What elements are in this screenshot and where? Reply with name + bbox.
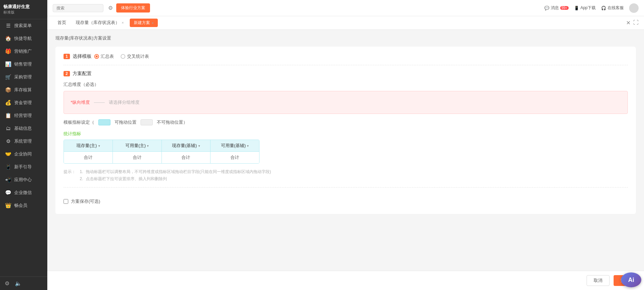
- sidebar-item-basic-info[interactable]: 🗂 基础信息: [0, 122, 47, 135]
- sidebar-item-app-center[interactable]: 📲 应用中心: [0, 173, 47, 186]
- cancel-button[interactable]: 取消: [587, 275, 610, 286]
- avatar[interactable]: [629, 3, 639, 13]
- hint-section: 提示： 1. 拖动标题栏可以调整布局，不可跨维度或指标区域拖动栏目字段(只能在同…: [64, 169, 628, 182]
- col-header-2[interactable]: 现存量(基辅) ▾: [162, 140, 211, 151]
- sidebar-item-member[interactable]: 👑 畅会员: [0, 199, 47, 212]
- tabbar: 首页 现存量（库存状况表） × 新建方案 × ✕ ⛶: [47, 16, 644, 30]
- ai-float-label: Ai: [628, 276, 634, 284]
- tab-inventory-status[interactable]: 现存量（库存状况表） ×: [71, 16, 128, 30]
- sidebar-item-purchase[interactable]: 🛒 采购管理: [0, 71, 47, 83]
- col-header-3[interactable]: 可用量(基辅) ▾: [210, 140, 259, 151]
- mobile-icon: 📱: [5, 164, 11, 170]
- save-section: 方案保存(可选): [64, 193, 628, 207]
- tab-home[interactable]: 首页: [53, 16, 71, 30]
- app-download-label: App下载: [580, 5, 596, 11]
- download-icon: 📱: [574, 6, 579, 10]
- sidebar-item-newbie-label: 新手引导: [14, 164, 32, 170]
- tab-collapse-icon[interactable]: ✕: [626, 20, 630, 26]
- sidebar-item-quick-nav[interactable]: 🏠 快捷导航: [0, 32, 47, 45]
- main-content: ⚙ 体验行业方案 💬 消息 99+ 📱 App下载 🎧 在线客服 首页: [47, 0, 644, 290]
- sidebar-item-inventory-label: 库存核算: [14, 87, 32, 93]
- hint-text-0: 拖动标题栏可以调整布局，不可跨维度或指标区域拖动栏目字段(只能在同一维度或指标区…: [86, 169, 271, 175]
- sidebar-item-system[interactable]: ⚙ 系统管理: [0, 135, 47, 148]
- stat-table-body: 合计 合计 合计 合计: [64, 151, 259, 163]
- sidebar-item-operation-label: 经营管理: [14, 113, 32, 119]
- col-header-3-label: 可用量(基辅): [221, 143, 246, 149]
- col-header-0[interactable]: 现存量(主) ▾: [64, 140, 113, 151]
- tab-new-plan[interactable]: 新建方案 ×: [130, 19, 157, 27]
- sidebar-item-system-label: 系统管理: [14, 138, 32, 144]
- sidebar-item-newbie[interactable]: 📱 新手引导: [0, 161, 47, 173]
- stat-table: 现存量(主) ▾ 可用量(主) ▾ 现存量(基辅) ▾ 可用量(基辅) ▾: [64, 140, 259, 164]
- sidebar-item-sales[interactable]: 📊 销售管理: [0, 58, 47, 71]
- save-label[interactable]: 方案保存(可选): [71, 198, 100, 204]
- step-divider-1: [64, 65, 628, 65]
- dimension-placeholder[interactable]: 请选择分组维度: [109, 99, 140, 105]
- settings-panel: 1 选择模板 汇总表 交叉统计表 2 方案配置: [55, 47, 636, 214]
- sidebar-item-basic-info-label: 基础信息: [14, 125, 32, 131]
- handshake-icon: 🤝: [5, 151, 11, 157]
- box-icon: 📦: [5, 87, 11, 93]
- online-service-btn[interactable]: 🎧 在线客服: [601, 5, 624, 11]
- dimension-row: *纵向维度 —— 请选择分组维度: [71, 99, 621, 105]
- stat-section-title: 统计指标: [64, 131, 628, 137]
- tab-inventory-status-label: 现存量（库存状况表）: [76, 20, 120, 26]
- dimension-arrow: ——: [94, 99, 105, 105]
- sidebar-item-enterprise[interactable]: 🤝 企业协同: [0, 148, 47, 161]
- sidebar-item-wechat[interactable]: 💬 企业微信: [0, 186, 47, 199]
- stat-cell-3: 合计: [210, 152, 259, 163]
- headset-icon: 🎧: [601, 6, 606, 10]
- radio-cross[interactable]: 交叉统计表: [121, 53, 149, 59]
- ai-float-button[interactable]: Ai: [621, 272, 641, 287]
- radio-cross-circle: [121, 54, 125, 59]
- dimension-box: *纵向维度 —— 请选择分组维度: [64, 91, 628, 114]
- gift-icon: 🎁: [5, 48, 11, 54]
- sidebar-item-purchase-label: 采购管理: [14, 74, 32, 80]
- topbar-gear-icon[interactable]: ⚙: [108, 5, 113, 11]
- tab-inventory-close-icon[interactable]: ×: [122, 21, 124, 25]
- stat-cell-2: 合计: [162, 152, 211, 163]
- search-input[interactable]: [53, 4, 103, 12]
- draggable-label: 可拖动位置: [115, 119, 137, 125]
- sidebar-item-quick-nav-label: 快捷导航: [14, 35, 32, 42]
- stat-cell-0: 合计: [64, 152, 113, 163]
- sidebar-item-marketing[interactable]: 🎁 营销推广: [0, 45, 47, 58]
- settings-icon[interactable]: ⚙: [5, 280, 9, 287]
- sidebar-item-marketing-label: 营销推广: [14, 48, 32, 54]
- sidebar-item-operation[interactable]: 📋 经营管理: [0, 109, 47, 122]
- tab-expand-icon[interactable]: ⛶: [633, 20, 639, 26]
- col-header-1[interactable]: 可用量(主) ▾: [113, 140, 162, 151]
- step2-badge: 2: [64, 71, 70, 76]
- draggable-indicator: [98, 119, 110, 125]
- sidebar-item-finance[interactable]: 💰 资金管理: [0, 96, 47, 109]
- col-header-2-label: 现存量(基辅): [172, 143, 197, 149]
- step1-badge: 1: [64, 54, 70, 59]
- experience-btn[interactable]: 体验行业方案: [116, 3, 150, 13]
- tab-new-plan-label: 新建方案: [134, 20, 150, 26]
- message-btn[interactable]: 💬 消息 99+: [544, 5, 569, 11]
- sidebar-item-finance-label: 资金管理: [14, 100, 32, 106]
- page-title: 现存量(库存状况表)方案设置: [55, 35, 636, 41]
- template-indicator-label-prefix: 模板指标设定（: [64, 119, 94, 125]
- gear-icon: ⚙: [5, 138, 11, 144]
- topbar-right: 💬 消息 99+ 📱 App下载 🎧 在线客服: [544, 3, 639, 13]
- stat-cell-1: 合计: [113, 152, 162, 163]
- sidebar-item-wechat-label: 企业微信: [14, 190, 32, 196]
- tabbar-actions: ✕ ⛶: [626, 20, 639, 26]
- sidebar-item-search[interactable]: ☰ 搜索菜单: [0, 19, 47, 32]
- save-checkbox[interactable]: [64, 199, 68, 204]
- sidebar-item-member-label: 畅会员: [14, 202, 27, 209]
- chat-icon: 💬: [5, 190, 11, 196]
- dimension-required-marker: *纵向维度: [71, 99, 90, 105]
- chevron-down-icon-1: ▾: [147, 144, 149, 148]
- message-label: 消息: [551, 5, 559, 11]
- step1-header: 1 选择模板 汇总表 交叉统计表: [64, 53, 628, 59]
- sidebar-item-inventory[interactable]: 📦 库存核算: [0, 83, 47, 96]
- app-edition: 标准版: [3, 10, 44, 15]
- radio-summary[interactable]: 汇总表: [94, 53, 114, 59]
- tab-new-plan-close-icon[interactable]: ×: [151, 21, 153, 25]
- speaker-icon[interactable]: 🔈: [15, 280, 22, 287]
- chevron-down-icon-0: ▾: [98, 144, 100, 148]
- app-download-btn[interactable]: 📱 App下载: [574, 5, 596, 11]
- hint-num-0: 提示： 1.: [64, 169, 83, 175]
